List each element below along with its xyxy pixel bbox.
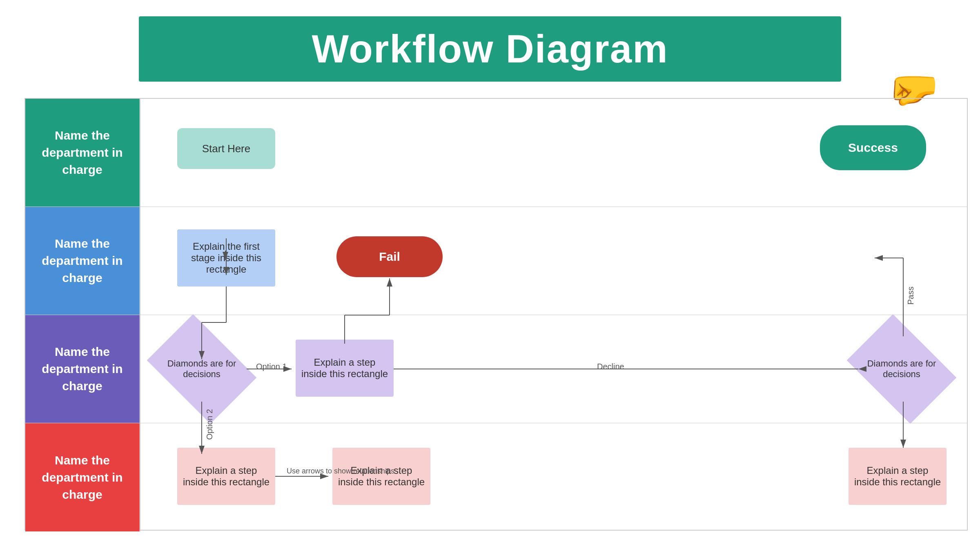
title-banner: Workflow Diagram	[139, 16, 841, 82]
lane-1-content: Start Here Success	[140, 99, 967, 207]
page-wrapper: Workflow Diagram 🤜 Name thedepartment in…	[0, 0, 980, 551]
lane-3-label: Name thedepartment in charge	[25, 315, 140, 423]
lane-2: Name thedepartment in charge Explain the…	[25, 207, 967, 315]
diamond-2	[847, 314, 957, 424]
lane-1-label: Name thedepartment in charge	[25, 99, 140, 207]
diamond-1-wrapper: Diamonds are fordecisions	[153, 332, 251, 406]
diamond-2-wrapper: Diamonds are fordecisions	[853, 332, 951, 406]
lane-1: Name thedepartment in charge Start Here …	[25, 99, 967, 207]
step-rect-1: Explain a step inside this rectangle	[296, 340, 394, 397]
first-stage-rect: Explain the first stage inside this rect…	[177, 229, 275, 287]
start-here-shape: Start Here	[177, 128, 275, 169]
lane-3: Name thedepartment in charge Diamonds ar…	[25, 315, 967, 423]
lane-2-content: Explain the first stage inside this rect…	[140, 207, 967, 315]
diagram-container: Name thedepartment in charge Start Here …	[24, 98, 968, 531]
step-pink-3: Explain a step inside this rectangle	[849, 448, 947, 505]
fail-shape: Fail	[336, 236, 443, 277]
pass-label: Pass	[906, 287, 915, 304]
option2-label: Option 2	[205, 409, 214, 440]
use-arrows-label: Use arrows to show relationships	[287, 467, 394, 475]
lane-4: Name thedepartment in charge Explain a s…	[25, 423, 967, 531]
lane-2-label: Name thedepartment in charge	[25, 207, 140, 315]
page-title: Workflow Diagram	[312, 27, 668, 71]
option1-label: Option 1	[256, 362, 287, 371]
lane-4-content: Explain a step inside this rectangle Exp…	[140, 423, 967, 531]
diamond-1	[147, 314, 257, 424]
step-pink-1: Explain a step inside this rectangle	[177, 448, 275, 505]
lane-4-label: Name thedepartment in charge	[25, 423, 140, 531]
step-pink-2: Explain a step inside this rectangle	[332, 448, 430, 505]
decline-label: Decline	[597, 362, 624, 371]
success-shape: Success	[820, 125, 926, 170]
